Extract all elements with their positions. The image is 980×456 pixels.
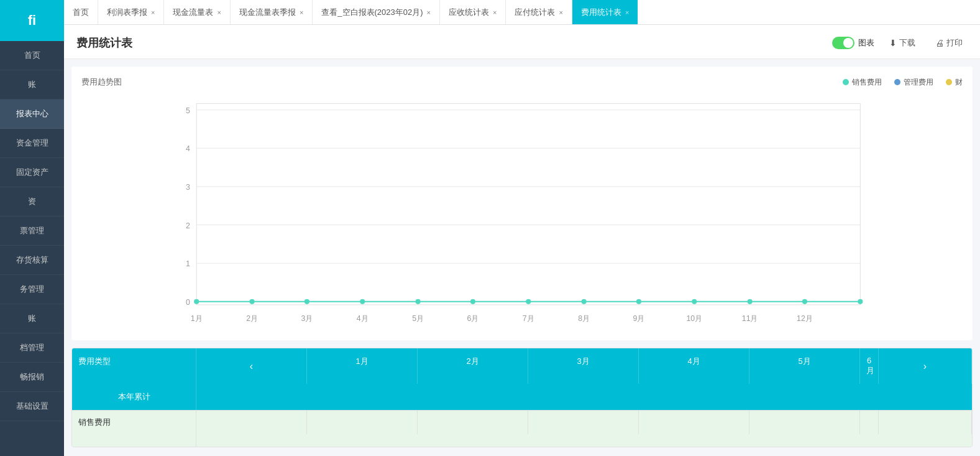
main-area: 首页 利润表季报 × 现金流量表 × 现金流量表季报 × 查看_空白报表(202… — [64, 0, 980, 456]
legend-sales: 销售费用 — [843, 77, 882, 88]
tab-payable-label: 应付统计表 — [515, 7, 555, 18]
th-total: 本年累计 — [72, 384, 196, 410]
sidebar: fi 首页 账 报表中心 资金管理 固定资产 资 票管理 存货核算 务管理 账 … — [0, 0, 64, 456]
chart-header: 费用趋势图 销售费用 管理费用 财 — [81, 77, 963, 88]
svg-point-18 — [470, 299, 475, 304]
svg-text:3月: 3月 — [301, 314, 313, 323]
tab-expense-label: 费用统计表 — [581, 7, 621, 18]
tab-cashflow-label: 现金流量表 — [173, 7, 213, 18]
td-total — [72, 434, 196, 447]
tab-blank-report[interactable]: 查看_空白报表(2023年02月) × — [313, 0, 440, 25]
svg-text:7月: 7月 — [523, 314, 534, 323]
print-button[interactable]: 🖨 打印 — [930, 35, 968, 51]
sidebar-item-archive[interactable]: 档管理 — [0, 333, 64, 363]
svg-text:12月: 12月 — [797, 314, 813, 323]
th-m5: 5月 — [749, 348, 860, 384]
tab-blank-report-close[interactable]: × — [427, 9, 431, 16]
download-icon: ⬇ — [889, 38, 897, 48]
legend-finance-label: 财 — [955, 77, 963, 88]
legend-finance-dot — [946, 79, 952, 85]
th-m6: 6月 — [860, 348, 879, 384]
tab-expense-close[interactable]: × — [625, 9, 629, 16]
th-nav-next[interactable]: › — [879, 348, 972, 384]
th-m2: 2月 — [418, 348, 528, 384]
svg-point-23 — [748, 299, 753, 304]
chart-section: 费用趋势图 销售费用 管理费用 财 — [71, 67, 973, 340]
svg-point-14 — [249, 299, 254, 304]
chart-toggle-wrap: 图表 — [832, 37, 874, 49]
svg-point-21 — [636, 299, 641, 304]
td-m4 — [639, 411, 749, 434]
svg-text:5: 5 — [186, 106, 190, 115]
td-nav-spacer — [196, 411, 307, 434]
sidebar-item-cash[interactable]: 资金管理 — [0, 129, 64, 158]
tab-blank-report-label: 查看_空白报表(2023年02月) — [321, 7, 423, 18]
download-button[interactable]: ⬇ 下载 — [884, 35, 920, 51]
th-nav-prev[interactable]: ‹ — [196, 348, 307, 384]
tab-cashflow-close[interactable]: × — [217, 9, 221, 16]
svg-text:4月: 4月 — [357, 314, 369, 323]
sidebar-item-invoices[interactable]: 票管理 — [0, 216, 64, 246]
tab-receivable-label: 应收统计表 — [449, 7, 489, 18]
sidebar-item-settings[interactable]: 基础设置 — [0, 392, 64, 421]
tab-cashflow[interactable]: 现金流量表 × — [164, 0, 230, 25]
td-type: 销售费用 — [72, 411, 196, 434]
td-m6 — [860, 411, 879, 434]
tab-payable[interactable]: 应付统计表 × — [506, 0, 572, 25]
tab-profit[interactable]: 利润表季报 × — [98, 0, 164, 25]
legend-sales-label: 销售费用 — [852, 77, 882, 88]
svg-point-24 — [802, 299, 807, 304]
tab-cashflow-q[interactable]: 现金流量表季报 × — [231, 0, 313, 25]
svg-text:2月: 2月 — [246, 314, 258, 323]
th-type: 费用类型 — [72, 348, 196, 384]
svg-text:0: 0 — [186, 298, 190, 307]
sidebar-item-investment[interactable]: 资 — [0, 187, 64, 216]
th-m1: 1月 — [307, 348, 418, 384]
legend-admin-label: 管理费用 — [904, 77, 933, 88]
tab-home[interactable]: 首页 — [64, 0, 98, 25]
sidebar-item-home[interactable]: 首页 — [0, 41, 64, 70]
sidebar-item-assets[interactable]: 固定资产 — [0, 158, 64, 187]
expense-table: 费用类型 ‹ 1月 2月 3月 4月 5月 6月 › 本年累计 销售费用 — [71, 348, 973, 447]
sidebar-item-ledger[interactable]: 账 — [0, 304, 64, 333]
svg-text:5月: 5月 — [412, 314, 424, 323]
sidebar-item-services[interactable]: 务管理 — [0, 275, 64, 304]
legend-finance: 财 — [946, 77, 963, 88]
tab-profit-label: 利润表季报 — [107, 7, 147, 18]
tab-cashflow-q-close[interactable]: × — [300, 9, 303, 16]
td-nav-spacer2 — [879, 411, 972, 434]
th-m4: 4月 — [639, 348, 749, 384]
td-m3 — [528, 411, 639, 434]
tab-home-label: 首页 — [73, 7, 89, 18]
svg-point-20 — [582, 299, 587, 304]
app-logo: fi — [0, 0, 64, 41]
tab-expense[interactable]: 费用统计表 × — [572, 0, 638, 25]
svg-text:6月: 6月 — [467, 314, 479, 323]
table-header: 费用类型 ‹ 1月 2月 3月 4月 5月 6月 › 本年累计 — [72, 348, 972, 410]
th-m3: 3月 — [528, 348, 639, 384]
sidebar-item-reports[interactable]: 报表中心 — [0, 100, 64, 129]
chart-toggle-label: 图表 — [858, 37, 874, 49]
svg-text:4: 4 — [186, 144, 190, 153]
content-area: 费用统计表 图表 ⬇ 下载 🖨 打印 费用趋势图 — [64, 25, 980, 456]
svg-text:11月: 11月 — [742, 314, 758, 323]
tab-receivable[interactable]: 应收统计表 × — [440, 0, 506, 25]
svg-point-16 — [360, 299, 365, 304]
sidebar-item-sales[interactable]: 畅报销 — [0, 363, 64, 392]
svg-point-19 — [526, 299, 531, 304]
page-title: 费用统计表 — [76, 35, 132, 50]
chart-toggle[interactable] — [832, 37, 854, 49]
tab-profit-close[interactable]: × — [151, 9, 155, 16]
table-row: 销售费用 — [72, 410, 972, 447]
tab-payable-close[interactable]: × — [559, 9, 562, 16]
legend-admin: 管理费用 — [894, 77, 933, 88]
tab-receivable-close[interactable]: × — [493, 9, 497, 16]
svg-point-22 — [692, 299, 697, 304]
sidebar-item-accounts[interactable]: 账 — [0, 70, 64, 100]
sidebar-item-inventory[interactable]: 存货核算 — [0, 246, 64, 275]
svg-point-25 — [858, 299, 863, 304]
svg-text:1月: 1月 — [191, 314, 203, 323]
print-icon: 🖨 — [935, 38, 944, 48]
legend-sales-dot — [843, 79, 849, 85]
trend-chart: 5 4 3 2 1 0 — [81, 94, 963, 330]
